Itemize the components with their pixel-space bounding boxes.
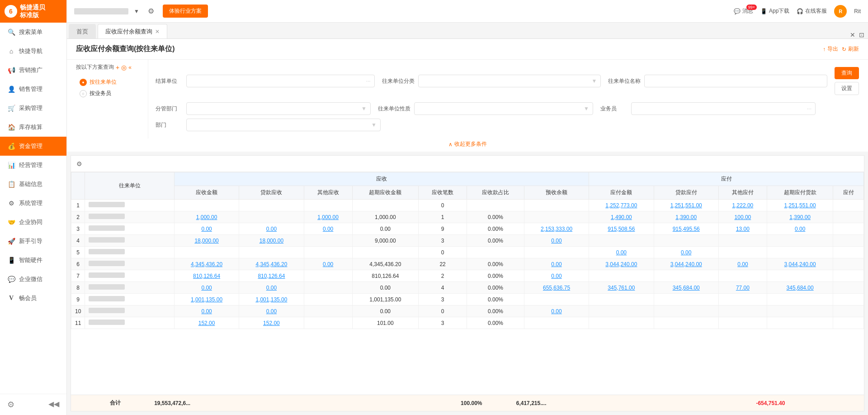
table-cell[interactable]: 18,000.00	[239, 235, 304, 247]
sidebar-item-quick-nav[interactable]: ⌂ 快捷导航	[0, 42, 66, 61]
table-cell[interactable]: 1,390.00	[654, 211, 718, 223]
table-cell[interactable]: 345,684.00	[767, 282, 833, 294]
table-cell[interactable]: 0.00	[239, 305, 304, 317]
table-cell[interactable]	[304, 305, 352, 317]
table-cell[interactable]: 13.00	[718, 223, 767, 235]
table-cell[interactable]: 0.00	[589, 247, 654, 258]
table-cell[interactable]: 0.00	[654, 247, 718, 258]
unit-category-input[interactable]: ▼	[418, 75, 601, 87]
table-cell[interactable]: 0.00	[304, 258, 352, 270]
sidebar-item-sales[interactable]: 👤 销售管理	[0, 80, 66, 99]
settlement-unit-input[interactable]: ···	[186, 75, 375, 87]
table-cell[interactable]: 0.00	[524, 258, 589, 270]
sidebar-item-search-menu[interactable]: 🔍 搜索菜单	[0, 23, 66, 42]
table-cell[interactable]: 4,345,436.20	[174, 258, 239, 270]
sidebar-item-corp[interactable]: 🤝 企业协同	[0, 213, 66, 232]
sidebar-collapse-icon[interactable]: ◀◀	[48, 400, 59, 410]
table-cell[interactable]: 0.00	[174, 282, 239, 294]
table-cell[interactable]: 2,153,333.00	[524, 223, 589, 235]
sidebar-item-operation[interactable]: 📊 经营管理	[0, 156, 66, 175]
scheme-collapse-icon[interactable]: «	[128, 64, 132, 71]
table-cell[interactable]	[174, 200, 239, 211]
table-cell[interactable]: 4,345,436.20	[239, 258, 304, 270]
sidebar-item-capital[interactable]: 💰 资金管理	[0, 137, 66, 156]
avatar[interactable]: R	[834, 5, 847, 18]
scheme-settings-icon[interactable]: ◎	[121, 64, 127, 71]
table-cell[interactable]: 345,684.00	[654, 282, 718, 294]
trial-btn[interactable]: 体验行业方案	[163, 5, 208, 18]
settings-btn[interactable]: 设置	[835, 82, 859, 95]
table-cell[interactable]: 915,508.56	[589, 223, 654, 235]
unit-nature-input[interactable]: ▼	[414, 102, 593, 115]
table-cell[interactable]	[304, 270, 352, 282]
table-cell[interactable]: 0.00	[524, 305, 589, 317]
table-cell[interactable]: 1,222.00	[718, 200, 767, 211]
salesperson-input[interactable]: ···	[631, 102, 816, 115]
tab-home[interactable]: 首页	[69, 24, 96, 38]
sidebar-settings-icon[interactable]: ⚙	[7, 400, 14, 410]
table-cell[interactable]: 345,761.00	[589, 282, 654, 294]
table-cell[interactable]	[304, 247, 352, 258]
table-cell[interactable]: 100.00	[718, 211, 767, 223]
table-cell[interactable]: 0.00	[239, 282, 304, 294]
sidebar-item-member[interactable]: V 畅会员	[0, 289, 66, 308]
app-download-btn[interactable]: 📱 App下载	[760, 7, 789, 15]
table-cell[interactable]: 1,000.00	[174, 211, 239, 223]
table-cell[interactable]: 1,000.00	[304, 211, 352, 223]
username[interactable]: Rit	[854, 8, 861, 14]
table-cell[interactable]: 3,044,240.00	[767, 258, 833, 270]
tab-close-icon[interactable]: ✕	[155, 29, 160, 35]
table-cell[interactable]	[304, 235, 352, 247]
table-cell[interactable]	[304, 294, 352, 305]
table-cell[interactable]: 0.00	[174, 223, 239, 235]
table-cell[interactable]: 1,390.00	[767, 211, 833, 223]
sidebar-item-wechat[interactable]: 💬 企业微信	[0, 270, 66, 289]
tab-ar-ap[interactable]: 应收应付余额查询 ✕	[98, 24, 167, 38]
table-settings-icon[interactable]: ⚙	[76, 160, 82, 167]
table-cell[interactable]	[304, 200, 352, 211]
dept-mgr-input[interactable]: ▼	[186, 102, 371, 115]
sidebar-item-system[interactable]: ⚙ 系统管理	[0, 194, 66, 213]
message-btn[interactable]: 💬 消息 99+	[734, 7, 753, 15]
sidebar-item-purchase[interactable]: 🛒 采购管理	[0, 99, 66, 118]
table-cell[interactable]: 810,126.64	[239, 270, 304, 282]
table-scroll[interactable]: 往来单位 应收 应付 应收金额 贷款应收 其他应收 超期应收金额 应收笔数 应收…	[71, 172, 864, 395]
table-cell[interactable]: 1,252,773.00	[589, 200, 654, 211]
table-cell[interactable]: 655,636.75	[524, 282, 589, 294]
sidebar-item-guide[interactable]: 🚀 新手引导	[0, 232, 66, 251]
table-cell[interactable]: 3,044,240.00	[654, 258, 718, 270]
online-service-btn[interactable]: 🎧 在线客服	[797, 7, 827, 15]
export-btn[interactable]: ↑ 导出	[823, 45, 838, 53]
table-cell[interactable]	[174, 247, 239, 258]
table-cell[interactable]: 1,001,135.00	[174, 294, 239, 305]
table-cell[interactable]: 1,251,551.00	[767, 200, 833, 211]
search-option-by-unit[interactable]: ● 按往来单位	[76, 76, 144, 88]
table-cell[interactable]: 0.00	[524, 270, 589, 282]
table-cell[interactable]: 0.00	[304, 223, 352, 235]
table-cell[interactable]	[304, 282, 352, 294]
table-cell[interactable]: 3,044,240.00	[589, 258, 654, 270]
table-cell[interactable]: 1,251,551.00	[654, 200, 718, 211]
table-cell[interactable]	[239, 247, 304, 258]
sidebar-item-marketing[interactable]: 📢 营销推广	[0, 61, 66, 80]
table-cell[interactable]: 152.00	[174, 317, 239, 329]
table-cell[interactable]: 0.00	[239, 223, 304, 235]
search-option-by-staff[interactable]: ○ 按业务员	[76, 88, 144, 99]
table-cell[interactable]: 915,495.56	[654, 223, 718, 235]
topbar-dropdown-icon[interactable]: ▼	[134, 8, 139, 14]
table-cell[interactable]	[304, 317, 352, 329]
table-cell[interactable]: 77.00	[718, 282, 767, 294]
table-cell[interactable]	[239, 211, 304, 223]
table-cell[interactable]: 0.00	[524, 235, 589, 247]
unit-name-input[interactable]	[644, 75, 827, 87]
collapse-btn[interactable]: ∧ 收起更多条件	[76, 140, 859, 148]
table-cell[interactable]: 152.00	[239, 317, 304, 329]
window-maximize-icon[interactable]: ⊡	[859, 31, 864, 38]
add-scheme-icon[interactable]: +	[116, 64, 119, 71]
table-cell[interactable]: 18,000.00	[174, 235, 239, 247]
table-cell[interactable]: 1,490.00	[589, 211, 654, 223]
gear-icon[interactable]: ⚙	[145, 5, 157, 18]
table-cell[interactable]: 1,001,135.00	[239, 294, 304, 305]
table-cell[interactable]: 0.00	[718, 258, 767, 270]
sidebar-item-inventory[interactable]: 🏠 库存核算	[0, 118, 66, 137]
